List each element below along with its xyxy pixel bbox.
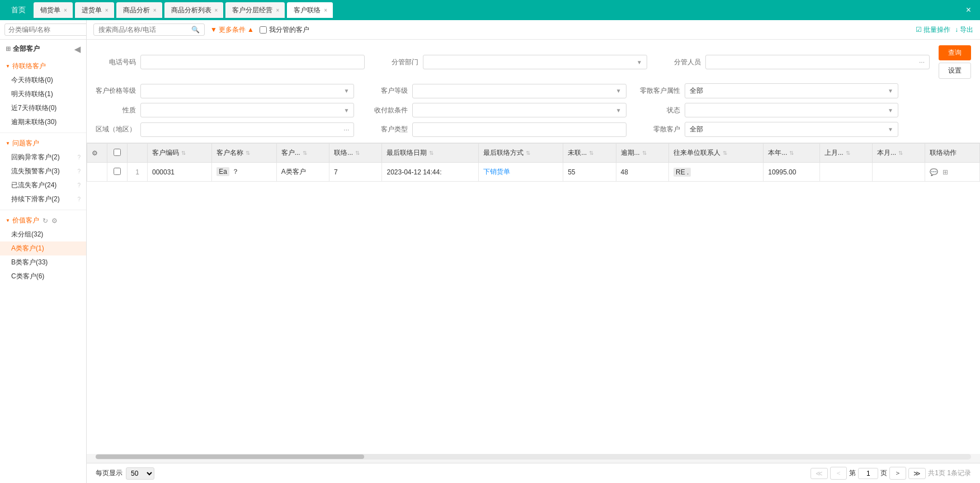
sidebar-item-7days[interactable]: 近7天待联络(0) xyxy=(0,101,86,115)
prev-page-button[interactable]: ＜ xyxy=(830,467,847,480)
col-last-month[interactable]: 上月... ⇅ xyxy=(819,144,872,163)
tab-product-analysis-list[interactable]: 商品分析列表 × xyxy=(164,2,224,18)
grid-action-icon[interactable]: ⊞ xyxy=(943,168,948,176)
sort-icon-not-contacted[interactable]: ⇅ xyxy=(589,150,593,156)
col-this-year[interactable]: 本年... ⇅ xyxy=(764,144,819,163)
horizontal-scrollbar[interactable] xyxy=(96,454,971,460)
filter-customer-level-select[interactable]: ▼ xyxy=(412,84,626,98)
sort-icon-type[interactable]: ⇅ xyxy=(303,150,307,156)
filter-payment-select[interactable]: ▼ xyxy=(412,103,626,117)
filter-customer-type-input[interactable] xyxy=(412,122,626,137)
tab-purchase-order-close[interactable]: × xyxy=(105,7,109,13)
filter-dept-select[interactable]: ▼ xyxy=(423,55,647,69)
customer-name-tag: Ea xyxy=(216,167,229,176)
col-customer-code[interactable]: 客户编码 ⇅ xyxy=(148,144,212,163)
batch-op-button[interactable]: ☑ 批量操作 xyxy=(916,25,950,35)
sidebar-section-value-title[interactable]: ▼ 价值客户 ↻ ⚙ xyxy=(0,214,86,228)
all-customers-label: 全部客户 xyxy=(13,44,40,54)
col-not-contacted[interactable]: 未联... ⇅ xyxy=(563,144,616,163)
sort-icon-last-month[interactable]: ⇅ xyxy=(846,150,850,156)
row-last-contact-method[interactable]: 下销货单 xyxy=(483,168,510,176)
filter-price-select[interactable]: ▼ xyxy=(140,84,354,98)
divider-1 xyxy=(0,132,86,133)
tab-customer-contact[interactable]: 客户联络 × xyxy=(287,2,333,18)
sidebar-item-abnormal[interactable]: 回购异常客户(2) ? xyxy=(0,150,86,164)
sidebar-item-overdue[interactable]: 逾期未联络(30) xyxy=(0,115,86,129)
sort-icon-name[interactable]: ⇅ xyxy=(246,150,250,156)
filter-search-icon[interactable]: 🔍 xyxy=(191,26,200,34)
sidebar-item-churn-warning[interactable]: 流失预警客户(3) ? xyxy=(0,164,86,178)
col-contact-count-label: 联络... xyxy=(334,148,353,158)
sidebar-item-declining[interactable]: 持续下滑客户(2) ? xyxy=(0,192,86,206)
sort-icon-visit[interactable]: ⇅ xyxy=(723,150,727,156)
sidebar-item-churned[interactable]: 已流失客户(24) ? xyxy=(0,178,86,192)
filter-scattered-select[interactable]: 全部 ▼ xyxy=(685,122,898,137)
col-settings: ⚙ xyxy=(87,144,107,163)
tab-sales-order[interactable]: 销货单 × xyxy=(34,2,73,18)
settings-icon[interactable]: ⚙ xyxy=(51,217,58,225)
sort-icon-contact[interactable]: ⇅ xyxy=(355,150,360,156)
filter-search-input[interactable] xyxy=(98,26,188,34)
scroll-thumb[interactable] xyxy=(96,454,364,459)
sort-icon-date[interactable]: ⇅ xyxy=(429,150,434,156)
my-customers-checkbox[interactable] xyxy=(260,26,267,34)
tab-product-analysis-close[interactable]: × xyxy=(153,7,157,13)
select-all-checkbox[interactable] xyxy=(114,149,121,156)
query-button[interactable]: 查询 xyxy=(939,45,971,60)
col-this-month[interactable]: 本月... ⇅ xyxy=(873,144,925,163)
tab-customer-segmentation-close[interactable]: × xyxy=(276,7,279,13)
first-page-button[interactable]: ≪ xyxy=(811,468,828,479)
filter-my-customers[interactable]: 我分管的客户 xyxy=(260,25,309,35)
message-icon[interactable]: 💬 xyxy=(930,168,938,176)
sidebar-item-tomorrow[interactable]: 明天待联络(1) xyxy=(0,87,86,101)
refresh-icon[interactable]: ↻ xyxy=(43,217,48,225)
close-all-tabs[interactable]: × xyxy=(962,5,976,15)
row-checkbox[interactable] xyxy=(114,168,121,175)
page-size-select[interactable]: 10 20 50 100 xyxy=(126,467,154,480)
tab-customer-segmentation[interactable]: 客户分层经营 × xyxy=(225,2,285,18)
filter-more-conditions[interactable]: ▼ 更多条件 ▲ xyxy=(210,25,254,35)
filter-person-select[interactable]: ··· xyxy=(705,55,930,69)
sidebar-search-input[interactable] xyxy=(4,23,87,36)
filter-nature-select[interactable]: ▼ xyxy=(140,103,354,117)
sidebar-item-ungrouped[interactable]: 未分组(32) xyxy=(0,228,86,242)
export-button[interactable]: ↓ 导出 xyxy=(955,25,973,35)
table-settings-icon[interactable]: ⚙ xyxy=(92,149,98,157)
sidebar-item-b-class[interactable]: B类客户(33) xyxy=(0,255,86,269)
filter-phone-input[interactable] xyxy=(140,55,365,69)
tab-purchase-order[interactable]: 进货单 × xyxy=(75,2,114,18)
tab-customer-contact-close[interactable]: × xyxy=(324,7,327,13)
next-page-button[interactable]: ＞ xyxy=(889,467,906,480)
last-page-button[interactable]: ≫ xyxy=(908,468,926,479)
filter-scattered-attr-select[interactable]: 全部 ▼ xyxy=(685,83,898,98)
sort-icon-method[interactable]: ⇅ xyxy=(526,150,530,156)
col-last-contact-date[interactable]: 最后联络日期 ⇅ xyxy=(382,144,478,163)
sidebar-item-a-class[interactable]: A类客户(1) xyxy=(0,242,86,255)
page-label: 第 xyxy=(849,468,856,478)
col-contact-count[interactable]: 联络... ⇅ xyxy=(329,144,382,163)
col-visit-contacts[interactable]: 往来单位联系人 ⇅ xyxy=(668,144,763,163)
col-customer-type[interactable]: 客户... ⇅ xyxy=(276,144,329,163)
sidebar-item-today[interactable]: 今天待联络(0) xyxy=(0,73,86,87)
sort-icon-this-month[interactable]: ⇅ xyxy=(898,150,903,156)
settings-button[interactable]: 设置 xyxy=(939,63,971,79)
sidebar-section-problem-label: 问题客户 xyxy=(12,139,39,148)
sidebar-collapse-icon[interactable]: ◀ xyxy=(74,45,81,54)
tab-product-analysis-list-close[interactable]: × xyxy=(215,7,218,13)
col-customer-name[interactable]: 客户名称 ⇅ xyxy=(212,144,276,163)
col-last-contact-method[interactable]: 最后联络方式 ⇅ xyxy=(478,144,563,163)
filter-region-select[interactable]: ··· xyxy=(140,122,354,137)
sidebar-section-problem-title[interactable]: ▼ 问题客户 xyxy=(0,136,86,150)
home-tab[interactable]: 首页 xyxy=(4,0,32,20)
sort-icon-code[interactable]: ⇅ xyxy=(181,150,186,156)
tab-product-analysis[interactable]: 商品分析 × xyxy=(116,2,162,18)
filter-status-select[interactable]: ▼ xyxy=(685,103,898,117)
sidebar-item-c-class[interactable]: C类客户(6) xyxy=(0,269,86,283)
sort-icon-year[interactable]: ⇅ xyxy=(789,150,794,156)
tab-sales-order-close[interactable]: × xyxy=(64,7,67,13)
sort-icon-overdue[interactable]: ⇅ xyxy=(642,150,647,156)
col-overdue[interactable]: 逾期... ⇅ xyxy=(616,144,668,163)
sidebar-section-pending-title[interactable]: ▼ 待联络客户 xyxy=(0,59,86,73)
current-page-input[interactable] xyxy=(858,468,878,479)
col-last-month-label: 上月... xyxy=(824,148,844,158)
